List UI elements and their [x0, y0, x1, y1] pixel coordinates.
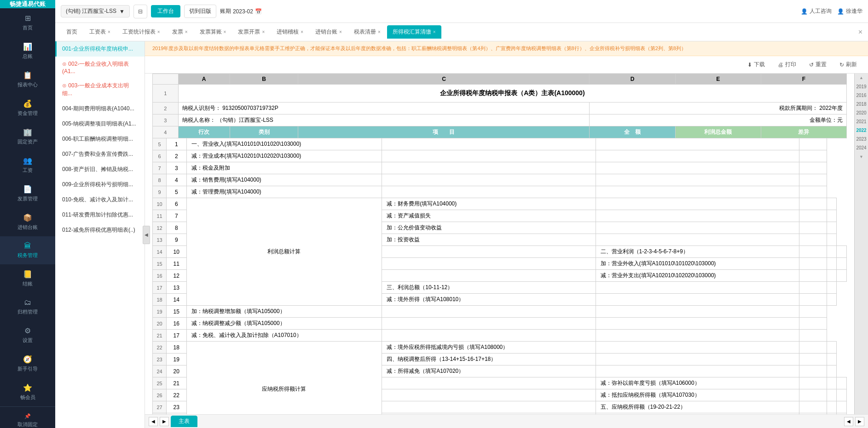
scroll-right-button[interactable]: ▶ [855, 417, 864, 426]
sidebar-item-label: 发票管理 [17, 195, 38, 202]
close-icon[interactable]: × [224, 29, 226, 34]
table-row: 1915加：纳税调整增加额（填写A105000） [153, 306, 847, 318]
col-header-D: D [590, 74, 675, 85]
sheet-tab-main[interactable]: 主表 [171, 416, 197, 427]
table-row: 73减：税金及附加 [153, 162, 847, 174]
left-panel-item-002[interactable]: ⊙ 002-一般企业收入明细表(A1... [55, 57, 145, 78]
sidebar-item-settings[interactable]: ⚙ 设置 [0, 321, 55, 349]
year-2024[interactable]: 2024 [856, 144, 866, 152]
left-panel-item-003[interactable]: ⊙ 003-一般企业成本支出明细... [55, 78, 145, 101]
close-icon[interactable]: × [262, 29, 265, 34]
salary-icon: 👥 [23, 156, 32, 165]
collapse-panel-button[interactable]: ◀ [143, 226, 150, 244]
data-table: 51一、营业收入(填写A101010\101020\103000)62减：营业成… [152, 138, 847, 414]
sidebar-item-finance[interactable]: 💰 资金管理 [0, 94, 55, 122]
year-2023[interactable]: 2023 [856, 135, 866, 143]
sidebar-item-salary[interactable]: 👥 工资 [0, 151, 55, 179]
table-toolbar: ⬇ 下载 🖨 打印 ↺ 重置 ↻ 刷新 [145, 56, 868, 74]
consult-button[interactable]: 👤 人工咨询 [801, 7, 832, 15]
year-2018[interactable]: 2018 [856, 100, 866, 108]
sidebar-item-close[interactable]: 📒 结账 [0, 264, 55, 293]
col-header-E: E [675, 74, 761, 85]
user-profile[interactable]: 👤 徐逢华 [837, 7, 862, 15]
reset-button[interactable]: ↺ 重置 [805, 59, 830, 70]
settings-icon: ⚙ [24, 326, 31, 335]
calendar-icon: 📅 [255, 8, 262, 15]
copy-icon-button[interactable]: ⊟ [133, 5, 147, 18]
sidebar-item-purchase[interactable]: 📦 进销台账 [0, 208, 55, 236]
close-icon[interactable]: × [185, 29, 188, 34]
prev-sheet-button[interactable]: ◀ [149, 417, 158, 426]
close-all-icon[interactable]: × [858, 28, 862, 36]
user-service-icon: 👤 [801, 8, 808, 15]
close-icon[interactable]: × [301, 29, 303, 34]
tab-invoice[interactable]: 发票× [167, 25, 193, 39]
close-icon[interactable]: × [157, 29, 160, 34]
sidebar-item-tax[interactable]: 🏛 税务管理 [0, 236, 55, 264]
table-row: 62减：营业成本(填写A102010\102020\103000) [153, 150, 847, 162]
left-panel-item-012[interactable]: 012-减免所得税优惠明细表(..) [55, 223, 145, 238]
print-icon: 🖨 [778, 62, 783, 68]
sidebar-item-guide[interactable]: 🧭 新手引导 [0, 349, 55, 378]
company-name: (勾销) 江西服宝-LSS [66, 7, 116, 15]
refresh-button[interactable]: ↻ 刷新 [836, 59, 861, 70]
sidebar-item-home[interactable]: ⊞ 首页 [0, 8, 55, 37]
member-icon: ⭐ [23, 383, 32, 392]
sidebar-item-assets[interactable]: 🏢 固定资产 [0, 122, 55, 151]
tab-tax-clear[interactable]: 税表清册× [348, 25, 386, 39]
ledger-icon: 📊 [23, 42, 32, 51]
tab-income-tax[interactable]: 所得税汇算清缴× [387, 25, 441, 39]
close-icon[interactable]: × [339, 29, 342, 34]
sidebar-item-ledger[interactable]: 📊 总账 [0, 37, 55, 65]
print-button[interactable]: 🖨 打印 [774, 59, 800, 70]
left-panel-item-007[interactable]: 007-广告费和业务宣传费跌... [55, 147, 145, 162]
tab-invoice-calc[interactable]: 发票算账× [194, 25, 232, 39]
sidebar-item-member[interactable]: ⭐ 畅会员 [0, 378, 55, 406]
left-panel-item-006[interactable]: 006-职工薪酬纳税调整明细... [55, 131, 145, 147]
tab-purchase-ledger[interactable]: 进销台账× [310, 25, 347, 39]
left-panel-item-009[interactable]: 009-企业所得税补亏损明细... [55, 177, 145, 192]
workbench-button[interactable]: 工作台 [151, 5, 180, 17]
col-header-C: C [298, 74, 590, 85]
tab-salary[interactable]: 工资表× [84, 25, 116, 39]
warning-bar: 2019年度步及取以前年度结转数据的申报表单元格需要手工维护正确，才能保证本年及… [145, 41, 868, 56]
left-panel-item-010[interactable]: 010-免税、减计收入及加计... [55, 192, 145, 207]
sidebar-item-reports[interactable]: 📋 报表中心 [0, 65, 55, 94]
table-row: 2016减：纳税调整减少额（填写A105000） [153, 318, 847, 330]
sidebar-item-archive[interactable]: 🗂 归档管理 [0, 293, 55, 321]
top-bar: (勾销) 江西服宝-LSS ▼ ⊟ 工作台 切到旧版 账期 2023-02 📅 … [55, 0, 868, 23]
sidebar-item-invoice[interactable]: 📄 发票管理 [0, 179, 55, 208]
tab-invoice-open[interactable]: 发票开票× [232, 25, 270, 39]
sidebar-item-label: 资金管理 [17, 110, 38, 117]
year-2021[interactable]: 2021 [856, 118, 866, 126]
sidebar-item-label: 进销台账 [17, 224, 38, 231]
left-panel-item-004[interactable]: 004-期间费用明细表(A1040... [55, 101, 145, 116]
left-panel-item-001[interactable]: 001-企业所得税年度纳税申... [55, 41, 145, 57]
year-2016[interactable]: 2016 [856, 91, 866, 99]
year-2019[interactable]: 2019 [856, 83, 866, 91]
next-sheet-button[interactable]: ▶ [160, 417, 169, 426]
download-button[interactable]: ⬇ 下载 [744, 59, 769, 70]
sidebar-item-label: 首页 [23, 24, 33, 31]
close-icon[interactable]: × [108, 29, 110, 34]
tab-purchase-audit[interactable]: 进销稽核× [271, 25, 309, 39]
tax-table: A B C D E F 1 [152, 74, 847, 138]
left-panel-item-011[interactable]: 011-研发费用加计扣除优惠... [55, 207, 145, 223]
switch-old-version-button[interactable]: 切到旧版 [184, 5, 216, 18]
close-icon[interactable]: × [433, 29, 436, 34]
pin-icon: 📌 [24, 413, 31, 419]
reset-icon: ↺ [809, 62, 814, 68]
close-icon[interactable]: × [378, 29, 381, 34]
tab-home[interactable]: 首页 [61, 25, 83, 39]
year-2020[interactable]: 2020 [856, 109, 866, 117]
reports-icon: 📋 [23, 71, 32, 80]
refresh-icon: ↻ [839, 62, 844, 68]
scroll-left-button[interactable]: ◀ [844, 417, 853, 426]
company-selector[interactable]: (勾销) 江西服宝-LSS ▼ [61, 5, 130, 17]
left-panel-item-005[interactable]: 005-纳税调整项目明细表(A1... [55, 116, 145, 131]
unpin-button[interactable]: 📌 取消固定 [0, 410, 55, 428]
tab-salary-report[interactable]: 工资统计报表× [117, 25, 166, 39]
table-row: 51一、营业收入(填写A101010\101020\103000) [153, 138, 847, 150]
year-2022[interactable]: 2022 [856, 126, 866, 134]
left-panel-item-008[interactable]: 008-资产折旧、摊销及纳税... [55, 162, 145, 177]
